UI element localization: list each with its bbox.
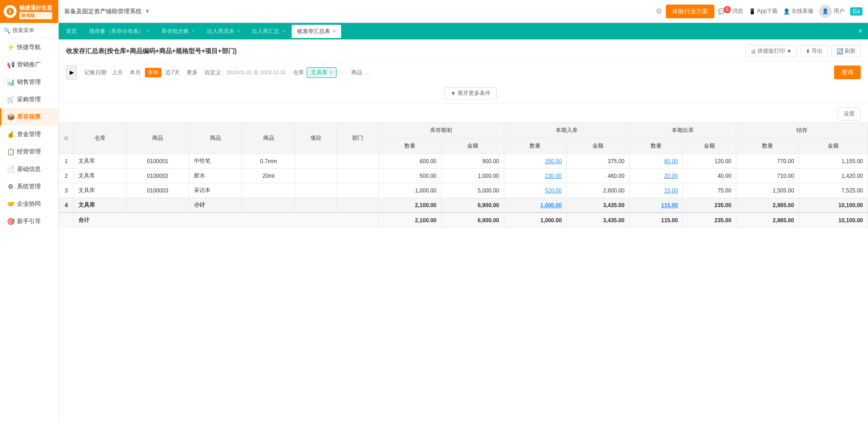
settings-icon[interactable]: ⚙ [656,7,662,16]
tab-close-batch[interactable]: × [192,28,194,34]
tab-close-recv-send-summary[interactable]: × [333,28,336,34]
row2-goods-code: 0100002 [127,169,189,183]
quick-nav[interactable]: ⚡ 快捷导航 [0,38,58,56]
row2-out-amt: 40.00 [683,169,736,183]
warehouse-more[interactable]: ... [339,69,344,76]
row2-warehouse: 文具库 [74,169,127,183]
subtotal-close-qty: 2,985.00 [736,198,799,213]
tab-batch[interactable]: 库存批次账 × [156,25,200,38]
table-row: 3 文具库 0100003 采访本 1,000.00 5,000.00 520.… [59,183,868,198]
sidebar-item-system[interactable]: ⚙ 系统管理 [0,178,58,195]
setting-btn[interactable]: 设置 [838,107,861,121]
col-in-qty-header: 数量 [504,138,567,154]
tab-home[interactable]: 首页 [61,25,83,38]
logo-icon: 6 [4,5,17,18]
guide-icon: 🎯 [7,218,14,225]
row1-warehouse: 文具库 [74,154,127,169]
filter-collapse-btn[interactable]: ▶ [66,65,77,80]
row3-project [295,183,337,198]
trial-btn[interactable]: 体验行业方案 [666,5,714,18]
avatar: 👤 [819,5,832,18]
purchase-icon: 🛒 [7,96,14,103]
date-btn-last-month[interactable]: 上月 [109,68,126,77]
user-menu[interactable]: 👤 用户 [819,5,845,18]
goods-more[interactable]: ... [365,69,370,76]
refresh-btn[interactable]: 🔄 刷新 [831,45,861,57]
data-table-container: ⚙ 仓库 商品 商品 商品 项目 部门 库存期初 本期入库 本期出库 结存 [59,122,868,228]
topbar-actions: 💬 6 消息 📱 App下载 👤 在线客服 👤 用户 Ea [718,5,862,18]
search-menu[interactable]: 🔍 搜索菜单 [0,23,58,38]
tab-inout-flow[interactable]: 出入库流水 × [201,25,245,38]
row2-in-qty[interactable]: 230.00 [504,169,567,183]
tab-inventory-dist[interactable]: 现存量（库存分布表） × [83,25,155,38]
subtotal-row: 4 文具库 小计 2,100.00 6,900.00 1,000.00 3,43… [59,198,868,213]
row3-dept [337,183,379,198]
col-settings[interactable]: ⚙ [59,123,74,154]
col-closing-header: 结存 [736,123,868,138]
row1-in-amt: 375.00 [567,154,630,169]
export-btn[interactable]: ⬆ 导出 [801,45,828,57]
date-range-display: 2023-01-01 至 2023-12-31 [227,69,286,76]
warehouse-tag: 文具库 × [307,67,337,78]
date-btn-more[interactable]: 更多 [184,68,200,77]
tabbar: 首页 现存量（库存分布表） × 库存批次账 × 出入库流水 × 出入库汇总 × … [59,23,868,39]
row3-warehouse: 文具库 [74,183,127,198]
online-service-btn[interactable]: 👤 在线客服 [783,7,813,15]
sidebar-item-finance[interactable]: 💰 资金管理 [0,126,58,143]
row3-out-qty[interactable]: 15.00 [629,183,683,198]
date-btn-custom[interactable]: 自定义 [202,68,224,77]
tab-inout-summary[interactable]: 出入库汇总 × [246,25,290,38]
row2-out-qty[interactable]: 20.00 [629,169,683,183]
total-out-amt: 235.00 [683,213,736,228]
column-settings-icon[interactable]: ⚙ [64,135,69,142]
row2-close-amt: 1,420.00 [799,169,868,183]
expand-conditions-btn[interactable]: ▼ 展开更多条件 [445,87,497,99]
tabbar-close-all[interactable]: × [855,25,866,37]
date-btn-this-month[interactable]: 本月 [127,68,144,77]
date-filter-group: 记账日期 上月 本月 本年 近7天 更多 自定义 2023-01-01 至 20… [84,68,286,77]
tab-close-inout-summary[interactable]: × [282,28,285,34]
total-close-amt: 10,100.00 [799,213,868,228]
download-icon: 📱 [749,8,756,15]
sidebar-item-operations[interactable]: 📋 经营管理 [0,143,58,160]
sidebar-item-inventory[interactable]: 📦 库存核算 [0,108,58,126]
sidebar-item-purchase[interactable]: 🛒 采购管理 [0,91,58,108]
sidebar-item-guide[interactable]: 🎯 新手引导 [0,213,58,230]
total-close-qty: 2,985.00 [736,213,799,228]
notification-btn[interactable]: 💬 6 消息 [718,7,743,15]
sidebar-item-sales[interactable]: 📊 销售管理 [0,73,58,91]
enterprise-icon: 🤝 [7,200,14,208]
main-content: 装备及固定资产辅助管理系统 ▼ ⚙ 体验行业方案 💬 6 消息 📱 App下载 … [59,0,868,423]
row1-out-qty[interactable]: 80.00 [629,154,683,169]
expand-icon: ▼ [451,90,456,97]
total-label: 合计 [74,213,379,228]
subtotal-out-qty[interactable]: 115.00 [629,198,683,213]
sidebar-item-basic[interactable]: 📄 基础信息 [0,160,58,178]
row3-in-qty[interactable]: 520.00 [504,183,567,198]
subtotal-spec [242,198,295,213]
tab-close-inout-flow[interactable]: × [237,28,240,34]
date-btn-7days[interactable]: 近7天 [163,68,182,77]
query-btn[interactable]: 查询 [834,66,861,79]
date-btn-this-year[interactable]: 本年 [145,68,161,77]
row1-close-qty: 770.00 [736,154,799,169]
subtotal-out-amt: 235.00 [683,198,736,213]
row1-open-qty: 600.00 [379,154,442,169]
sidebar-item-enterprise[interactable]: 🤝 企业协同 [0,195,58,213]
filter-fields: 记账日期 上月 本月 本年 近7天 更多 自定义 2023-01-01 至 20… [84,66,861,79]
print-btn[interactable]: 🖨 拼接版打印 ▼ [746,45,797,57]
tab-close-inventory-dist[interactable]: × [147,28,149,34]
subtotal-in-qty[interactable]: 1,000.00 [504,198,567,213]
row1-in-qty[interactable]: 250.00 [504,154,567,169]
col-open-qty-header: 数量 [379,138,442,154]
app-download-btn[interactable]: 📱 App下载 [749,7,778,15]
warehouse-tag-close[interactable]: × [329,69,332,76]
warehouse-filter-group: 仓库 文具库 × ... [293,67,344,78]
data-table: ⚙ 仓库 商品 商品 商品 项目 部门 库存期初 本期入库 本期出库 结存 [59,122,868,228]
subtotal-in-amt: 3,435.00 [567,198,630,213]
tab-recv-send-summary[interactable]: 收发存汇总表 × [292,25,341,38]
col-in-amt-header: 金额 [567,138,630,154]
print-dropdown-icon: ▼ [786,48,792,55]
sidebar-item-marketing[interactable]: 📢 营销推广 [0,56,58,73]
page-actions: 🖨 拼接版打印 ▼ ⬆ 导出 🔄 刷新 [746,45,861,57]
